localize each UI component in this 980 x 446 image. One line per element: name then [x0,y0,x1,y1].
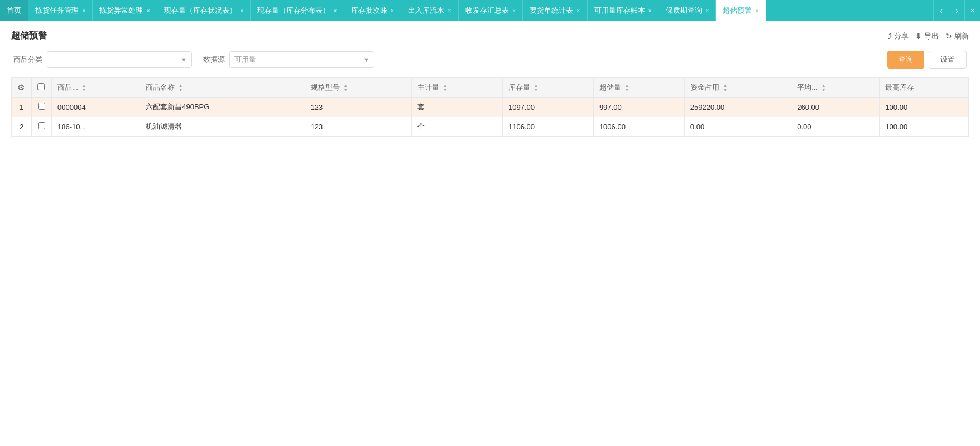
nav-inventory-dist-label: 现存量（库存分布表） [257,6,330,16]
nav-task-mgmt-label: 拣货任务管理 [35,6,79,16]
nav-task-mgmt[interactable]: 拣货任务管理 × [28,0,93,21]
nav-overstock-close[interactable]: × [755,7,758,14]
nav-recv-summary-close[interactable]: × [512,7,516,14]
nav-inventory-dist-close[interactable]: × [333,7,337,14]
category-label: 商品分类 [13,55,42,65]
nav-abnormal-label: 拣货异常处理 [99,6,143,16]
nav-home[interactable]: 首页 [0,0,28,21]
sort-spec-icon[interactable]: ▲▼ [343,84,348,93]
nav-inout-flow[interactable]: 出入库流水 × [401,0,458,21]
nav-overstock[interactable]: 超储预警 × [716,0,766,21]
th-overstock-label: 超储量 [599,83,621,91]
share-label: 分享 [894,31,909,41]
nav-inventory-dist[interactable]: 现存量（库存分布表） × [251,0,344,21]
sort-avg-icon[interactable]: ▲▼ [822,84,826,93]
row-overstock-1: 1006.00 [593,117,684,137]
row-max-stock-1: 100.00 [880,117,969,137]
sort-capital-icon[interactable]: ▲▼ [723,84,727,93]
category-select[interactable]: ▼ [47,51,192,68]
category-dropdown-icon: ▼ [181,56,187,63]
export-button[interactable]: ⬇ 导出 [915,31,939,41]
nav-home-label: 首页 [7,6,21,16]
row-avg-1: 0.00 [791,117,880,137]
nav-inventory-status[interactable]: 现存量（库存状况表） × [157,0,251,21]
th-avg: 平均... ▲▼ [791,78,880,98]
sort-product-name-icon[interactable]: ▲▼ [179,84,183,93]
nav-quality-label: 保质期查询 [666,6,702,16]
row-checkbox-1[interactable] [38,122,45,129]
row-product-code-0: 0000004 [52,98,140,117]
table-row: 1 0000004 六配套新昌490BPG 123 套 1097.00 997.… [12,98,969,117]
th-capital-label: 资金占用 [690,83,719,91]
page-content: 超储预警 ⤴ 分享 ⬇ 导出 ↻ 刷新 商品分类 ▼ 数据源 [0,21,980,446]
datasource-filter: 数据源 可用量 ▼ [203,51,374,68]
row-product-code-1: 186-10... [52,117,140,137]
page-header: 超储预警 ⤴ 分享 ⬇ 导出 ↻ 刷新 [11,30,969,42]
nav-quality-close[interactable]: × [705,7,709,14]
row-product-name-0: 六配套新昌490BPG [140,98,305,117]
filter-buttons: 查询 设置 [887,51,967,69]
nav-order-stats-close[interactable]: × [577,7,580,14]
share-icon: ⤴ [888,32,892,41]
th-spec-label: 规格型号 [311,83,340,91]
table-header-row: ⚙ 商品... ▲▼ 商品名称 ▲▼ 规格型号 ▲▼ 主计 [12,78,969,98]
row-spec-1: 123 [305,117,411,137]
nav-avail-ledger-close[interactable]: × [648,7,652,14]
select-all-checkbox[interactable] [37,83,45,90]
nav-batch-close[interactable]: × [391,7,394,14]
datasource-label: 数据源 [203,55,225,65]
share-button[interactable]: ⤴ 分享 [888,31,909,41]
nav-inout-flow-close[interactable]: × [448,7,451,14]
nav-arrow-right[interactable]: › [949,0,964,21]
th-avg-label: 平均... [797,83,818,91]
export-icon: ⬇ [915,32,922,41]
page-actions: ⤴ 分享 ⬇ 导出 ↻ 刷新 [888,31,969,41]
nav-order-stats[interactable]: 要货单统计表 × [523,0,587,21]
filter-area: 商品分类 ▼ 数据源 可用量 ▼ 查询 设置 [11,51,969,69]
th-stock: 库存量 ▲▼ [502,78,593,98]
nav-task-mgmt-close[interactable]: × [82,7,85,14]
nav-abnormal-close[interactable]: × [146,7,150,14]
nav-quality[interactable]: 保质期查询 × [659,0,716,21]
nav-batch[interactable]: 库存批次账 × [344,0,401,21]
refresh-button[interactable]: ↻ 刷新 [945,31,969,41]
nav-arrow-left[interactable]: ‹ [933,0,949,21]
nav-avail-ledger-label: 可用量库存账本 [594,6,645,16]
nav-order-stats-label: 要货单统计表 [530,6,573,16]
sort-stock-icon[interactable]: ▲▼ [534,84,539,93]
nav-overstock-label: 超储预警 [723,6,752,16]
nav-inout-flow-label: 出入库流水 [408,6,444,16]
sort-overstock-icon[interactable]: ▲▼ [625,84,630,93]
nav-recv-summary[interactable]: 收发存汇总表 × [459,0,523,21]
query-button[interactable]: 查询 [887,51,924,69]
settings-button[interactable]: 设置 [929,51,967,69]
th-checkbox [32,78,52,98]
row-stock-0: 1097.00 [502,98,593,117]
settings-gear-icon[interactable]: ⚙ [17,83,25,92]
nav-avail-ledger[interactable]: 可用量库存账本 × [588,0,659,21]
table-row: 2 186-10... 机油滤清器 123 个 1106.00 1006.00 … [12,117,969,137]
sort-unit-icon[interactable]: ▲▼ [443,84,448,93]
row-product-name-1: 机油滤清器 [140,117,305,137]
row-num-0: 1 [12,98,32,117]
th-product-code-label: 商品... [57,83,78,91]
nav-inventory-status-label: 现存量（库存状况表） [164,6,237,16]
top-navigation: 首页 拣货任务管理 × 拣货异常处理 × 现存量（库存状况表） × 现存量（库存… [0,0,980,21]
sort-product-code-icon[interactable]: ▲▼ [81,84,86,93]
datasource-select-value: 可用量 [234,55,256,65]
nav-arrow-close[interactable]: × [964,0,980,21]
row-unit-0: 套 [412,98,503,117]
row-checkbox-0[interactable] [38,103,45,110]
nav-arrows: ‹ › × [933,0,980,21]
datasource-select[interactable]: 可用量 ▼ [229,51,374,68]
row-stock-1: 1106.00 [502,117,593,137]
row-num-1: 2 [12,117,32,137]
nav-recv-summary-label: 收发存汇总表 [465,6,509,16]
nav-inventory-status-close[interactable]: × [240,7,243,14]
th-spec: 规格型号 ▲▼ [305,78,411,98]
data-table: ⚙ 商品... ▲▼ 商品名称 ▲▼ 规格型号 ▲▼ 主计 [11,77,969,137]
nav-abnormal[interactable]: 拣货异常处理 × [93,0,157,21]
row-capital-0: 259220.00 [684,98,791,117]
th-max-stock: 最高库存 [880,78,969,98]
nav-batch-label: 库存批次账 [351,6,387,16]
